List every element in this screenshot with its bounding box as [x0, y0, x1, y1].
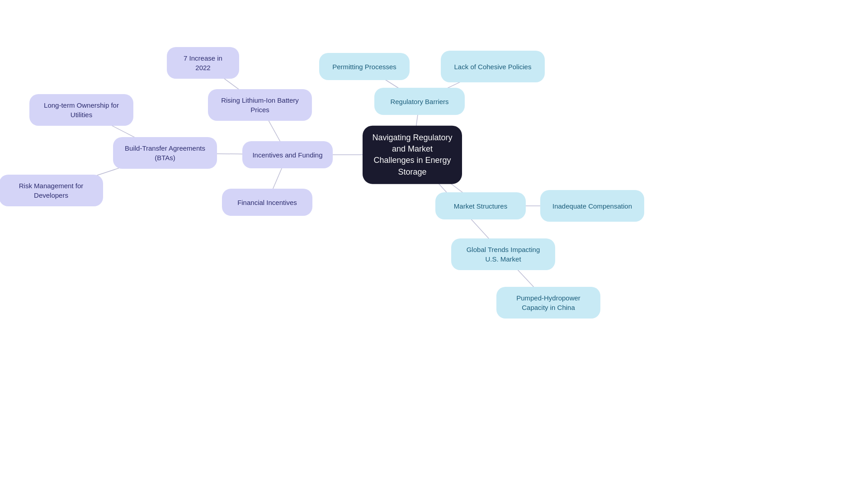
long-term-label: Long-term Ownership for Utilities: [38, 100, 124, 119]
risk-mgmt-label: Risk Management for Developers: [8, 181, 94, 200]
market-structures-label: Market Structures: [454, 201, 507, 211]
center-label: Navigating Regulatory and Market Challen…: [372, 132, 453, 178]
rising-prices-label: Rising Lithium-Ion Battery Prices: [217, 95, 303, 114]
regulatory-barriers-label: Regulatory Barriers: [390, 97, 448, 106]
mind-map: Navigating Regulatory and Market Challen…: [0, 0, 868, 490]
pumped-hydro-node[interactable]: Pumped-Hydropower Capacity in China: [496, 287, 600, 319]
incentives-node[interactable]: Incentives and Funding: [242, 141, 333, 168]
bta-label: Build-Transfer Agreements (BTAs): [122, 143, 208, 162]
incentives-label: Incentives and Funding: [252, 150, 322, 160]
rising-prices-node[interactable]: Rising Lithium-Ion Battery Prices: [208, 89, 312, 121]
inadequate-comp-node[interactable]: Inadequate Compensation: [540, 190, 644, 222]
financial-incentives-label: Financial Incentives: [237, 198, 297, 207]
global-trends-node[interactable]: Global Trends Impacting U.S. Market: [451, 238, 555, 270]
increase-2022-node[interactable]: 7 Increase in 2022: [167, 47, 239, 79]
pumped-hydro-label: Pumped-Hydropower Capacity in China: [505, 293, 591, 312]
permitting-label: Permitting Processes: [332, 62, 396, 71]
connections-svg: [0, 0, 868, 490]
increase-2022-label: 7 Increase in 2022: [176, 53, 230, 72]
regulatory-barriers-node[interactable]: Regulatory Barriers: [374, 88, 465, 115]
global-trends-label: Global Trends Impacting U.S. Market: [460, 245, 546, 264]
market-structures-node[interactable]: Market Structures: [435, 192, 526, 219]
center-node[interactable]: Navigating Regulatory and Market Challen…: [363, 126, 462, 184]
inadequate-comp-label: Inadequate Compensation: [552, 201, 632, 211]
permitting-node[interactable]: Permitting Processes: [319, 53, 410, 80]
long-term-node[interactable]: Long-term Ownership for Utilities: [29, 94, 133, 126]
cohesive-policies-node[interactable]: Lack of Cohesive Policies: [441, 51, 545, 82]
financial-incentives-node[interactable]: Financial Incentives: [222, 189, 312, 216]
bta-node[interactable]: Build-Transfer Agreements (BTAs): [113, 137, 217, 169]
cohesive-policies-label: Lack of Cohesive Policies: [454, 62, 532, 71]
risk-mgmt-node[interactable]: Risk Management for Developers: [0, 175, 103, 206]
